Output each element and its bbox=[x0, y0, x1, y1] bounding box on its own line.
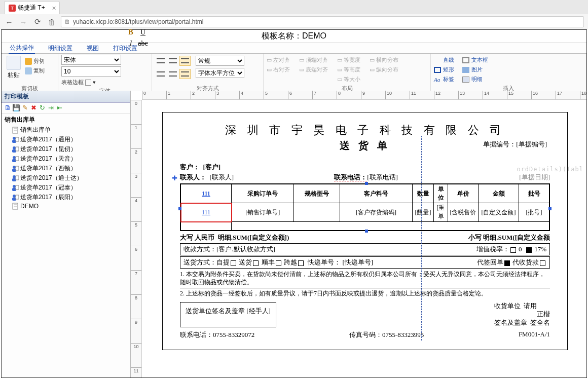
insert-rect[interactable]: 矩形 bbox=[434, 66, 454, 73]
font-size-select[interactable]: 10 bbox=[61, 66, 121, 77]
url-input[interactable]: 🗎 yuhaoic.xicp.io:8081/tplus/view/portal… bbox=[61, 16, 584, 27]
tree-root[interactable]: 销售出库单 bbox=[5, 116, 127, 124]
td-2[interactable]: [客户存货编码] bbox=[340, 203, 412, 222]
td-5[interactable]: [含税售价 bbox=[448, 203, 479, 222]
page[interactable]: 深 圳 市 宇 昊 电 子 科 技 有 限 公 司 送 货 单 单据编号：[单据… bbox=[162, 112, 568, 350]
customer-field[interactable]: 客户： [客户] bbox=[180, 163, 220, 172]
insert-textbox[interactable]: 文本框 bbox=[462, 56, 488, 64]
browser-tab[interactable]: T 畅捷通 T+ × bbox=[4, 1, 60, 14]
tab-bar: T 畅捷通 T+ × bbox=[0, 0, 588, 14]
th-2[interactable]: 客户料号 bbox=[340, 184, 412, 203]
align-mid-button[interactable] bbox=[167, 56, 178, 66]
tree-item[interactable]: 送货单2017（通士达） bbox=[5, 173, 127, 183]
sum-right[interactable]: 小写 明细.SUM([自定义金额 bbox=[468, 233, 550, 242]
tree-item[interactable]: 销售出库单 bbox=[5, 125, 127, 135]
sender-sign[interactable]: 送货单位签名及盖章 [经手人] bbox=[180, 302, 276, 328]
selected-cell[interactable]: 111 bbox=[181, 203, 232, 222]
tel2[interactable]: 联系电话：0755-83329072 bbox=[180, 330, 254, 339]
empty-row[interactable] bbox=[232, 222, 549, 231]
th-1[interactable]: 规格型号 bbox=[294, 184, 340, 203]
tree-item[interactable]: 送货单2017（昆仞） bbox=[5, 144, 127, 154]
tree-item[interactable]: 送货单2017（辰阳） bbox=[5, 193, 127, 202]
insert-label[interactable]: Aa标签 bbox=[434, 75, 454, 83]
tree-item[interactable]: 送货单2017（天音） bbox=[5, 154, 127, 164]
svg-point-21 bbox=[13, 195, 16, 198]
refresh-icon[interactable]: ↻ bbox=[38, 104, 46, 112]
reload-button[interactable]: ⟳ bbox=[32, 17, 43, 27]
ship-row[interactable]: 送货方式：自提 送货 顺丰 跨越 快递单号： [快递单号] 代签回单 代收货款 bbox=[180, 256, 550, 269]
align-top-button[interactable] bbox=[155, 56, 166, 66]
close-icon[interactable]: × bbox=[52, 4, 56, 12]
align-center-button[interactable] bbox=[167, 69, 178, 79]
insert-line[interactable]: 直线 bbox=[434, 56, 454, 64]
company-name[interactable]: 深 圳 市 宇 昊 电 子 科 技 有 限 公 司 bbox=[180, 123, 550, 138]
th-7[interactable]: 批号 bbox=[519, 184, 549, 203]
back-button[interactable]: ← bbox=[4, 17, 14, 27]
fax[interactable]: 传真号码：0755-83323995 bbox=[349, 330, 424, 339]
td-0[interactable]: [销售订单号] bbox=[232, 203, 294, 222]
svg-rect-11 bbox=[16, 157, 19, 161]
delete-icon[interactable]: ✖ bbox=[29, 104, 38, 112]
tree-item[interactable]: 送货单2017（西顿） bbox=[5, 164, 127, 173]
copy-button[interactable]: 复制 bbox=[25, 66, 45, 75]
align-bot-button[interactable] bbox=[179, 56, 191, 66]
td-7[interactable]: [批号] bbox=[519, 203, 549, 222]
align-left-button[interactable] bbox=[155, 69, 166, 79]
template-title-label: 模板名称： bbox=[262, 31, 302, 40]
bold-button[interactable]: B bbox=[125, 27, 136, 37]
th-3[interactable]: 数量 bbox=[413, 184, 434, 203]
menu-detail[interactable]: 明细设置 bbox=[47, 43, 74, 54]
trash-button[interactable]: 🗑 bbox=[47, 17, 57, 27]
export-icon[interactable]: ⇤ bbox=[55, 104, 63, 112]
save-icon[interactable]: 💾 bbox=[12, 104, 20, 112]
underline-button[interactable]: U bbox=[137, 27, 149, 37]
td-1[interactable] bbox=[294, 203, 340, 222]
th-5[interactable]: 单价 bbox=[448, 184, 479, 203]
import-icon[interactable]: ⇥ bbox=[47, 104, 55, 112]
receiver-sign[interactable]: 收货单位 请用 正楷 签名及盖章 签全名 bbox=[494, 302, 550, 328]
td-3[interactable]: [数量] bbox=[413, 203, 434, 222]
td-6[interactable]: [自定义金额] bbox=[479, 203, 519, 222]
tree-item[interactable]: 送货单2017（冠泰） bbox=[5, 183, 127, 193]
th-0[interactable]: 采购订单号 bbox=[232, 184, 294, 203]
th-4[interactable]: 单位 bbox=[434, 184, 448, 203]
person-icon bbox=[12, 136, 19, 143]
address-bar: ← → ⟳ 🗑 🗎 yuhaoic.xicp.io:8081/tplus/vie… bbox=[0, 14, 588, 29]
term-2[interactable]: 2. 上述标的货品一经签收后，如有质量异议，请于7日内书面反映或提出退货，逾期以… bbox=[180, 288, 550, 297]
paste-button[interactable]: 粘贴 bbox=[5, 55, 23, 81]
insert-detail[interactable]: 明细 bbox=[462, 75, 488, 83]
forward-button[interactable]: → bbox=[18, 17, 28, 27]
page-icon bbox=[12, 127, 19, 134]
term-1[interactable]: 1. 本交易为附条件买卖，在货款尚未偿付清前，上述标的物品之所有权仍归属本公司所… bbox=[180, 270, 550, 286]
contact-field[interactable]: ✚联系人： [联系人] bbox=[180, 173, 234, 182]
browser-chrome: T 畅捷通 T+ × ← → ⟳ 🗑 🗎 yuhaoic.xicp.io:808… bbox=[0, 0, 588, 29]
align-h-select[interactable]: 字体水平方位 bbox=[196, 68, 244, 78]
pay-row[interactable]: 收款方式：[客户.默认收款方式] 增值税率： 0 17% bbox=[180, 243, 550, 255]
font-family-select[interactable]: 宋体 bbox=[61, 55, 121, 65]
empty-cell[interactable] bbox=[181, 222, 232, 231]
layout-eqh: ▭等高度 bbox=[337, 66, 360, 73]
th-6[interactable]: 金额 bbox=[479, 184, 519, 203]
form-no[interactable]: FM001-A/1 bbox=[519, 330, 550, 339]
strike-button[interactable]: abc bbox=[137, 39, 149, 49]
new-icon[interactable]: 🗎 bbox=[4, 104, 12, 112]
insert-image[interactable]: 图片 bbox=[462, 66, 488, 73]
doc-number[interactable]: 单据编号：[单据编号] bbox=[483, 140, 547, 149]
detail-grid[interactable]: 111 采购订单号 规格型号 客户料号 数量 单位 单价 金额 批号 bbox=[180, 183, 550, 231]
align-right-button[interactable] bbox=[179, 69, 191, 79]
date-field[interactable]: [单据日期] bbox=[519, 173, 550, 182]
italic-button[interactable]: I bbox=[125, 39, 136, 49]
td-4[interactable]: [重单 bbox=[434, 203, 448, 222]
col-111-head[interactable]: 111 bbox=[181, 184, 232, 203]
table-border-button[interactable]: 表格边框 ▾ bbox=[61, 78, 96, 87]
cut-button[interactable]: 剪切 bbox=[25, 57, 45, 65]
sum-left[interactable]: 大写 人民币 明细.SUM([自定义金额]) bbox=[180, 233, 289, 242]
tree-item[interactable]: 送货单2017（通用） bbox=[5, 135, 127, 144]
edit-icon[interactable]: ✎ bbox=[21, 104, 29, 112]
tel-field[interactable]: 联系电话：[联系电话] bbox=[334, 173, 398, 182]
canvas[interactable]: ordDetails)(Tabl 深 圳 市 宇 昊 电 子 科 技 有 限 公… bbox=[142, 100, 586, 377]
tree-item[interactable]: DEMO bbox=[5, 202, 127, 210]
menu-common[interactable]: 公共操作 bbox=[9, 43, 35, 54]
menu-view[interactable]: 视图 bbox=[86, 43, 100, 54]
align-mode-select[interactable]: 常规 bbox=[196, 56, 244, 66]
